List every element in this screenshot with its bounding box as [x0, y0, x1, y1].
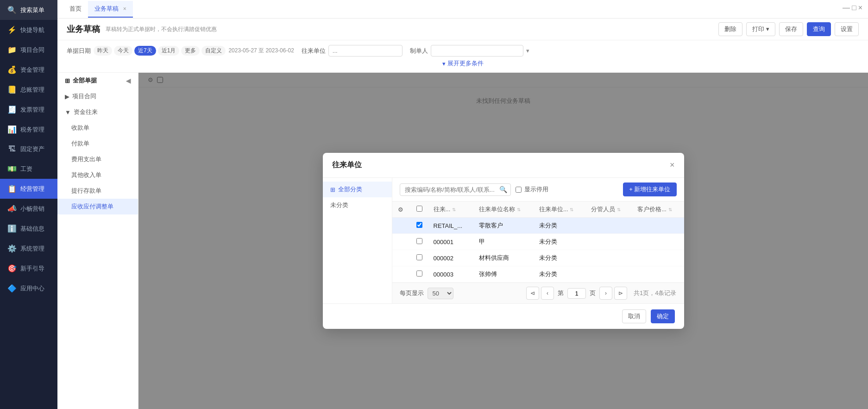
delete-button[interactable]: 删除 — [718, 22, 742, 36]
date-tag-1month[interactable]: 近1月 — [158, 46, 180, 56]
table-row[interactable]: 000002 材料供应商 未分类 — [392, 250, 684, 266]
sub-sidebar-expense[interactable]: 费用支出单 — [57, 151, 138, 167]
sidebar-item-basic-info[interactable]: ℹ️ 基础信息 — [0, 219, 57, 239]
sidebar-item-salary[interactable]: 💵 工资 — [0, 159, 57, 179]
sidebar-item-search[interactable]: 🔍 搜索菜单 — [0, 0, 57, 20]
date-tag-custom[interactable]: 自定义 — [201, 46, 226, 56]
window-maximize-icon[interactable]: □ — [852, 4, 856, 12]
header-actions: 删除 打印 ▾ 保存 查询 设置 — [718, 22, 859, 36]
row-checkbox[interactable] — [416, 238, 422, 244]
sub-sidebar-bank[interactable]: 提行存款单 — [57, 183, 138, 199]
cancel-button[interactable]: 取消 — [622, 309, 646, 323]
sub-sidebar-receivable[interactable]: 应收应付调整单 — [57, 199, 138, 214]
row-code: 000002 — [428, 250, 474, 266]
modal-footer: 每页显示 50 100 ⊲ ‹ 第 页 — [392, 283, 684, 303]
date-filter: 单据日期 昨天 今天 近7天 近1月 更多 自定义 2023-05-27 至 2… — [67, 46, 294, 56]
sidebar-item-fixed-assets[interactable]: 🏗 固定资产 — [0, 139, 57, 159]
page-header: 业务草稿 草稿转为正式单据时，不会执行满踏促销优惠 删除 打印 ▾ 保存 查询 … — [57, 19, 868, 40]
row-check-cell[interactable] — [411, 234, 428, 250]
sidebar-item-project-contract[interactable]: 📁 项目合同 — [0, 40, 57, 60]
tab-home[interactable]: 首页 — [63, 1, 88, 18]
creator-label: 制单人 — [410, 47, 428, 55]
sidebar-item-tax[interactable]: 📊 税务管理 — [0, 120, 57, 139]
company-filter: 往来单位 — [302, 45, 403, 57]
row-check-cell[interactable] — [411, 266, 428, 283]
table-row[interactable]: 000003 张帅傅 未分类 — [392, 266, 684, 283]
sort-category-icon: ⇅ — [570, 207, 573, 212]
company-input[interactable] — [328, 45, 403, 57]
basic-info-icon: ℹ️ — [7, 224, 17, 233]
window-minimize-icon[interactable]: — — [843, 4, 850, 12]
modal-close-button[interactable]: × — [670, 160, 675, 170]
sub-sidebar-other-income[interactable]: 其他收入单 — [57, 167, 138, 183]
row-check-cell[interactable] — [411, 250, 428, 266]
date-filter-label: 单据日期 — [67, 47, 91, 55]
next-page-button[interactable]: › — [599, 287, 612, 300]
sidebar-item-fund-management[interactable]: 💰 资金管理 — [0, 60, 57, 80]
modal-title: 往来单位 — [332, 160, 362, 170]
row-price-level — [632, 250, 684, 266]
creator-input[interactable] — [431, 45, 523, 57]
date-tags: 昨天 今天 近7天 近1月 更多 自定义 — [94, 46, 226, 56]
print-button[interactable]: 打印 ▾ — [746, 22, 775, 36]
operations-icon: 📋 — [7, 184, 17, 193]
sidebar-item-operations[interactable]: 📋 经营管理 — [0, 179, 57, 199]
last-page-button[interactable]: ⊳ — [614, 287, 627, 300]
row-category: 未分类 — [534, 218, 585, 234]
sub-sidebar-project[interactable]: ▶ 项目合同 — [57, 88, 138, 104]
sidebar-item-quick-nav[interactable]: ⚡ 快捷导航 — [0, 20, 57, 40]
confirm-button[interactable]: 确定 — [651, 309, 675, 323]
sidebar-item-accounts[interactable]: 📒 总账管理 — [0, 80, 57, 100]
modal-sidebar-all-categories[interactable]: ⊞ 全部分类 — [323, 182, 392, 197]
date-tag-today[interactable]: 今天 — [114, 46, 132, 56]
row-price-level — [632, 266, 684, 283]
row-category: 未分类 — [534, 234, 585, 250]
search-input[interactable] — [400, 183, 511, 196]
sidebar-item-guide[interactable]: 🎯 新手引导 — [0, 258, 57, 278]
row-check-cell[interactable] — [411, 218, 428, 234]
main-wrap: 首页 业务草稿 × — □ × 业务草稿 草稿转为正式单据时，不会执行满踏促销优… — [57, 0, 868, 409]
sidebar-item-xiaochang[interactable]: 📣 小畅营销 — [0, 199, 57, 219]
show-disabled-checkbox[interactable] — [516, 187, 522, 193]
row-icon-cell — [392, 218, 411, 234]
sub-sidebar-payments[interactable]: 付款单 — [57, 136, 138, 151]
row-checkbox[interactable] — [416, 271, 422, 277]
first-page-button[interactable]: ⊲ — [526, 287, 539, 300]
sub-sidebar-receipts[interactable]: 收款单 — [57, 120, 138, 136]
pagination: ⊲ ‹ 第 页 › ⊳ 共1页，4条记录 — [526, 287, 676, 300]
show-disabled-label[interactable]: 显示停用 — [516, 185, 548, 194]
row-manager — [585, 234, 632, 250]
add-company-button[interactable]: + 新增往来单位 — [623, 182, 676, 196]
date-tag-yesterday[interactable]: 昨天 — [94, 46, 112, 56]
row-icon-cell — [392, 266, 411, 283]
tab-business-draft[interactable]: 业务草稿 × — [88, 1, 133, 18]
sidebar-item-invoice[interactable]: 🧾 发票管理 — [0, 100, 57, 120]
creator-filter: 制单人 ▾ — [410, 45, 529, 57]
table-row[interactable]: 000001 甲 未分类 — [392, 234, 684, 250]
settings-button[interactable]: 设置 — [835, 22, 859, 36]
sort-code-icon: ⇅ — [452, 207, 456, 212]
sidebar-item-system[interactable]: ⚙️ 系统管理 — [0, 239, 57, 258]
window-close-icon[interactable]: × — [858, 4, 862, 12]
row-manager — [585, 218, 632, 234]
save-button[interactable]: 保存 — [779, 22, 803, 36]
sidebar-item-app-center[interactable]: 🔷 应用中心 — [0, 278, 57, 298]
col-header-name: 往来单位名称 ⇅ — [473, 201, 534, 218]
sidebar-collapse-icon[interactable]: ◀ — [126, 77, 131, 84]
page-number-input[interactable] — [567, 288, 586, 299]
content-body: ⊞ 全部单据 ◀ ▶ 项目合同 ▼ 资金往来 收款单 付款单 费用支出单 其他收… — [57, 73, 868, 409]
row-checkbox[interactable] — [416, 222, 422, 228]
sub-sidebar-fund[interactable]: ▼ 资金往来 — [57, 104, 138, 120]
tab-close-icon[interactable]: × — [123, 6, 126, 12]
table-row[interactable]: RETAIL_... 零散客户 未分类 — [392, 218, 684, 234]
modal-sidebar-uncategorized[interactable]: 未分类 — [323, 197, 392, 213]
total-info: 共1页，4条记录 — [634, 289, 676, 297]
table-select-all[interactable] — [416, 206, 422, 212]
date-tag-7days[interactable]: 近7天 — [134, 46, 156, 56]
query-button[interactable]: 查询 — [807, 22, 831, 36]
prev-page-button[interactable]: ‹ — [541, 287, 554, 300]
row-checkbox[interactable] — [416, 254, 422, 260]
page-size-select[interactable]: 50 100 — [428, 288, 453, 299]
expand-conditions-button[interactable]: ▾ 展开更多条件 — [442, 59, 484, 68]
date-tag-more[interactable]: 更多 — [181, 46, 200, 56]
